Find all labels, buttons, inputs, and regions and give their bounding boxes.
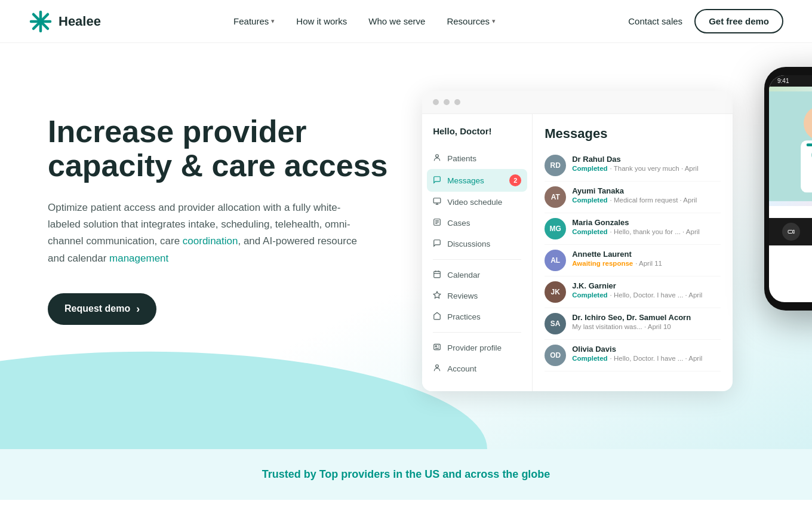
nav-features[interactable]: Features ▾ (233, 16, 275, 26)
sidebar-divider (433, 259, 521, 260)
request-demo-button[interactable]: Request demo › (48, 293, 156, 325)
sidebar-label-messages: Messages (447, 176, 484, 185)
messages-panel-title: Messages (545, 126, 721, 142)
message-item-1[interactable]: RD Dr Rahul Das Completed · Thank you ve… (545, 150, 721, 182)
contact-sales-link[interactable]: Contact sales (628, 16, 682, 26)
chevron-down-icon: ▾ (271, 17, 275, 25)
svg-rect-23 (788, 231, 793, 234)
avatar-annette: AL (545, 250, 566, 271)
video-toggle-button[interactable] (782, 223, 800, 241)
sidebar-label-account: Account (447, 364, 476, 373)
chevron-down-icon: ▾ (492, 17, 496, 25)
status-7: Completed (572, 355, 607, 362)
svg-rect-18 (801, 140, 812, 192)
message-item-3[interactable]: MG Maria Gonzales Completed · Hello, tha… (545, 213, 721, 245)
msg-name-3: Maria Gonzales (572, 218, 721, 227)
message-item-4[interactable]: AL Annette Laurent Awaiting response · A… (545, 245, 721, 277)
discussions-icon (433, 239, 441, 249)
sidebar-label-video: Video schedule (447, 198, 502, 207)
message-item-5[interactable]: JK J.K. Garnier Completed · Hello, Docto… (545, 277, 721, 308)
sidebar-item-video-schedule[interactable]: Video schedule (422, 192, 532, 213)
msg-row-7: Completed · Hello, Doctor. I have ... · … (572, 355, 721, 362)
avatar-maria: MG (545, 218, 566, 239)
messages-icon (433, 176, 441, 186)
msg-content-3: Maria Gonzales Completed · Hello, thank … (572, 218, 721, 235)
message-item-7[interactable]: OD Olivia Davis Completed · Hello, Docto… (545, 340, 721, 371)
messages-panel: Messages RD Dr Rahul Das Completed · Tha… (533, 114, 733, 391)
reviews-icon (433, 291, 441, 301)
msg-name-2: Ayumi Tanaka (572, 186, 721, 195)
cases-icon (433, 218, 441, 228)
sidebar-item-reviews[interactable]: Reviews (422, 285, 532, 306)
svg-point-14 (435, 346, 436, 347)
sidebar-item-account[interactable]: Account (422, 358, 532, 379)
message-item-6[interactable]: SA Dr. Ichiro Seo, Dr. Samuel Acorn My l… (545, 308, 721, 340)
care-coordination-link[interactable]: coordination (183, 235, 238, 247)
sidebar-divider-2 (433, 332, 521, 333)
sidebar-item-practices[interactable]: Practices (422, 306, 532, 327)
avatar-rahul: RD (545, 155, 566, 176)
sidebar-label-reviews: Reviews (447, 291, 478, 300)
msg-name-4: Annette Laurent (572, 250, 721, 259)
hero-left: Increase provider capacity & care access… (0, 43, 422, 373)
status-3: Completed (572, 228, 607, 235)
msg-preview-4: · April 11 (635, 260, 662, 267)
phone-time: 9:41 (777, 78, 789, 84)
logo-text: Healee (59, 14, 101, 29)
dot-1 (433, 99, 439, 105)
hero-section: Increase provider capacity & care access… (0, 43, 812, 449)
sidebar-item-discussions[interactable]: Discussions (422, 234, 532, 254)
status-2: Completed (572, 196, 607, 204)
trusted-section: Trusted by Top providers in the US and a… (0, 449, 812, 500)
phone-call-controls (769, 218, 812, 245)
calendar-icon (433, 270, 441, 280)
status-1: Completed (572, 165, 607, 172)
msg-preview-6: My last visitation was... · April 10 (572, 323, 671, 330)
provider-profile-icon (433, 343, 441, 353)
status-4: Awaiting response (572, 260, 633, 267)
sidebar-label-calendar: Calendar (447, 271, 480, 279)
svg-marker-24 (793, 230, 795, 234)
msg-preview-3: · Hello, thank you for ... · April (610, 228, 700, 235)
get-free-demo-button[interactable]: Get free demo (694, 9, 783, 33)
avatar-ayumi: AT (545, 186, 566, 208)
msg-content-5: J.K. Garnier Completed · Hello, Doctor. … (572, 281, 721, 299)
svg-rect-19 (807, 143, 812, 146)
hero-title: Increase provider capacity & care access (48, 115, 393, 183)
status-5: Completed (572, 291, 607, 299)
avatar-jk: JK (545, 281, 566, 303)
msg-content-7: Olivia Davis Completed · Hello, Doctor. … (572, 345, 721, 362)
practices-icon (433, 312, 441, 322)
svg-rect-8 (434, 271, 441, 278)
account-icon (433, 364, 441, 374)
msg-preview-7: · Hello, Doctor. I have ... · April (610, 355, 703, 362)
svg-rect-13 (434, 344, 441, 349)
msg-preview-5: · Hello, Doctor. I have ... · April (610, 291, 703, 299)
sidebar-item-patients[interactable]: Patients (422, 148, 532, 169)
nav-who-we-serve[interactable]: Who we serve (368, 16, 425, 26)
calendar-management-link[interactable]: management (109, 253, 168, 264)
message-item-2[interactable]: AT Ayumi Tanaka Completed · Medical form… (545, 182, 721, 213)
phone-mockup: 9:41 ●●● (764, 67, 812, 311)
messages-badge: 2 (509, 174, 521, 186)
sidebar-label-patients: Patients (447, 154, 476, 163)
sidebar-item-calendar[interactable]: Calendar (422, 265, 532, 285)
avatar-seo: SA (545, 313, 566, 334)
sidebar-item-messages[interactable]: Messages 2 (427, 169, 527, 192)
sidebar-label-provider: Provider profile (447, 343, 502, 352)
msg-row-3: Completed · Hello, thank you for ... · A… (572, 228, 721, 235)
nav-resources[interactable]: Resources ▾ (447, 16, 496, 26)
navbar: Healee Features ▾ How it works Who we se… (0, 0, 812, 43)
msg-preview-2: · Medical form request · April (610, 196, 697, 204)
logo[interactable]: Healee (29, 10, 101, 33)
sidebar-item-cases[interactable]: Cases (422, 213, 532, 234)
sidebar-label-cases: Cases (447, 219, 470, 228)
phone-video-area (769, 87, 812, 206)
svg-point-0 (436, 155, 439, 158)
sidebar-item-provider-profile[interactable]: Provider profile (422, 337, 532, 358)
nav-links: Features ▾ How it works Who we serve Res… (233, 16, 496, 26)
msg-content-2: Ayumi Tanaka Completed · Medical form re… (572, 186, 721, 204)
msg-content-4: Annette Laurent Awaiting response · Apri… (572, 250, 721, 267)
nav-how-it-works[interactable]: How it works (296, 16, 347, 26)
msg-preview-1: · Thank you very much · April (610, 165, 699, 172)
